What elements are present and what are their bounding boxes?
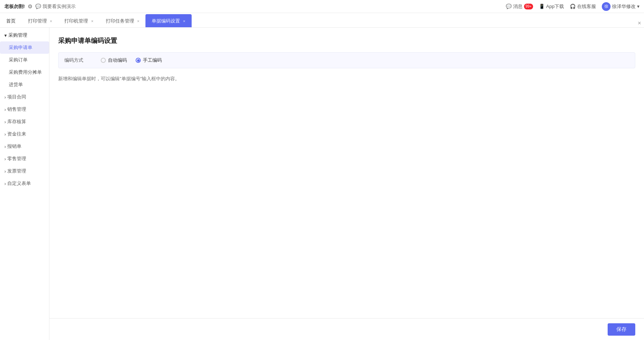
encoding-radio-group: 自动编码 手工编码 xyxy=(101,57,162,64)
message-button[interactable]: 💬 消息 99+ xyxy=(506,3,533,10)
radio-manual[interactable]: 手工编码 xyxy=(136,57,162,64)
tab-single-code[interactable]: 单据编码设置 × xyxy=(145,14,191,27)
demo-icon: 💬 xyxy=(35,4,41,9)
top-bar-left: 老板勿割! ⚙ 💬 我要看实例演示 xyxy=(4,3,76,10)
radio-auto[interactable]: 自动编码 xyxy=(101,57,127,64)
tab-printer-mgmt[interactable]: 打印机管理 × xyxy=(58,14,99,27)
tab-print-task-label: 打印任务管理 xyxy=(106,18,134,24)
sidebar-item-purchase-expense-label: 采购费用分摊单 xyxy=(9,69,42,75)
tab-print-task-close[interactable]: × xyxy=(137,19,139,23)
hint-text: 新增和编辑单据时，可以编辑"单据编号"输入框中的内容。 xyxy=(58,76,635,82)
tab-print-mgmt-label: 打印管理 xyxy=(28,18,47,24)
app-download-label: App下载 xyxy=(546,3,564,10)
chevron-right-icon: › xyxy=(4,156,6,162)
radio-manual-circle xyxy=(136,58,141,63)
tab-print-mgmt-close[interactable]: × xyxy=(50,19,52,23)
encoding-label: 编码方式 xyxy=(64,57,86,64)
demo-link[interactable]: 💬 我要看实例演示 xyxy=(35,3,76,10)
sidebar-item-stock-in[interactable]: 进货单 xyxy=(0,78,49,91)
top-bar-right: 💬 消息 99+ 📱 App下载 🎧 在线客服 徐 徐泽华修改 ▾ xyxy=(506,2,640,11)
sidebar-section-purchase-header[interactable]: ▾ 采购管理 xyxy=(0,29,49,41)
sidebar-item-refund[interactable]: › 报销单 xyxy=(0,140,49,153)
app-download-icon: 📱 xyxy=(539,4,545,9)
tab-single-code-label: 单据编码设置 xyxy=(152,18,180,24)
sidebar-item-purchase-request-label: 采购申请单 xyxy=(9,45,32,50)
sidebar-item-capital-label: 资金往来 xyxy=(7,131,26,137)
sidebar-item-sales-mgmt[interactable]: › 销售管理 xyxy=(0,103,49,116)
footer-bar: 保存 xyxy=(49,318,644,340)
headset-icon: 🎧 xyxy=(570,4,576,9)
page-title: 采购申请单编码设置 xyxy=(58,36,635,45)
chevron-right-icon: › xyxy=(4,181,6,186)
sidebar-section-purchase-label: 采购管理 xyxy=(8,32,27,39)
sidebar-item-invoice-mgmt[interactable]: › 发票管理 xyxy=(0,165,49,177)
app-download-button[interactable]: 📱 App下载 xyxy=(539,3,564,10)
tab-print-mgmt[interactable]: 打印管理 × xyxy=(22,14,58,27)
message-badge: 99+ xyxy=(524,4,533,9)
demo-text: 我要看实例演示 xyxy=(43,3,76,10)
content-area: 采购申请单编码设置 编码方式 自动编码 手工编码 新增和编辑单据时，可以编辑"单… xyxy=(49,28,644,340)
radio-auto-circle xyxy=(101,58,106,63)
chevron-down-icon: ▾ xyxy=(4,33,7,38)
sidebar-item-inventory-label: 库存核算 xyxy=(7,118,26,125)
tab-bar: 首页 打印管理 × 打印机管理 × 打印任务管理 × 单据编码设置 × xyxy=(0,13,644,28)
sidebar-item-retail-mgmt[interactable]: › 零售管理 xyxy=(0,153,49,165)
chevron-right-icon: › xyxy=(4,107,6,112)
sidebar-item-purchase-expense[interactable]: 采购费用分摊单 xyxy=(0,66,49,78)
sidebar-item-purchase-order[interactable]: 采购订单 xyxy=(0,54,49,66)
encoding-section: 编码方式 自动编码 手工编码 xyxy=(58,52,635,68)
chevron-right-icon: › xyxy=(4,119,6,125)
save-button[interactable]: 保存 xyxy=(608,323,635,336)
tab-printer-mgmt-label: 打印机管理 xyxy=(64,18,88,24)
global-close-button[interactable]: × xyxy=(638,20,641,27)
sidebar: ▾ 采购管理 采购申请单 采购订单 采购费用分摊单 进货单 › 项目合同 › 销… xyxy=(0,28,49,340)
sidebar-item-custom-form[interactable]: › 自定义表单 xyxy=(0,177,49,190)
message-icon: 💬 xyxy=(506,4,512,9)
sidebar-item-refund-label: 报销单 xyxy=(7,143,21,150)
sidebar-item-custom-form-label: 自定义表单 xyxy=(7,180,31,187)
sidebar-item-project-contract-label: 项目合同 xyxy=(7,94,26,100)
top-bar: 老板勿割! ⚙ 💬 我要看实例演示 💬 消息 99+ 📱 App下载 🎧 在线客… xyxy=(0,0,644,13)
tab-home[interactable]: 首页 xyxy=(0,14,22,27)
sidebar-item-stock-in-label: 进货单 xyxy=(9,82,23,87)
online-service-label: 在线客服 xyxy=(577,3,596,10)
sidebar-item-inventory[interactable]: › 库存核算 xyxy=(0,116,49,128)
app-logo: 老板勿割! xyxy=(4,3,25,10)
tab-single-code-close[interactable]: × xyxy=(183,19,185,23)
tab-printer-mgmt-close[interactable]: × xyxy=(91,19,93,23)
sidebar-item-project-contract[interactable]: › 项目合同 xyxy=(0,91,49,103)
avatar: 徐 xyxy=(602,2,611,11)
chevron-down-icon: ▾ xyxy=(637,4,640,9)
sidebar-item-retail-mgmt-label: 零售管理 xyxy=(7,155,26,162)
main-layout: ▾ 采购管理 采购申请单 采购订单 采购费用分摊单 进货单 › 项目合同 › 销… xyxy=(0,28,644,340)
user-menu[interactable]: 徐 徐泽华修改 ▾ xyxy=(602,2,640,11)
sidebar-item-purchase-order-label: 采购订单 xyxy=(9,57,28,62)
chevron-right-icon: › xyxy=(4,144,6,149)
message-label: 消息 xyxy=(513,3,523,10)
sidebar-item-sales-mgmt-label: 销售管理 xyxy=(7,106,26,113)
user-name: 徐泽华修改 xyxy=(612,3,636,10)
tab-home-label: 首页 xyxy=(6,18,16,24)
radio-manual-label: 手工编码 xyxy=(143,57,162,64)
sidebar-item-purchase-request[interactable]: 采购申请单 xyxy=(0,41,49,54)
tab-print-task[interactable]: 打印任务管理 × xyxy=(100,14,145,27)
content-main: 采购申请单编码设置 编码方式 自动编码 手工编码 新增和编辑单据时，可以编辑"单… xyxy=(49,28,644,318)
sidebar-item-capital[interactable]: › 资金往来 xyxy=(0,128,49,140)
settings-icon[interactable]: ⚙ xyxy=(28,3,32,10)
chevron-right-icon: › xyxy=(4,131,6,137)
sidebar-item-invoice-mgmt-label: 发票管理 xyxy=(7,168,26,174)
chevron-right-icon: › xyxy=(4,94,6,100)
online-service-button[interactable]: 🎧 在线客服 xyxy=(570,3,596,10)
chevron-right-icon: › xyxy=(4,169,6,174)
sidebar-section-purchase: ▾ 采购管理 采购申请单 采购订单 采购费用分摊单 进货单 xyxy=(0,29,49,91)
radio-auto-label: 自动编码 xyxy=(108,57,127,64)
